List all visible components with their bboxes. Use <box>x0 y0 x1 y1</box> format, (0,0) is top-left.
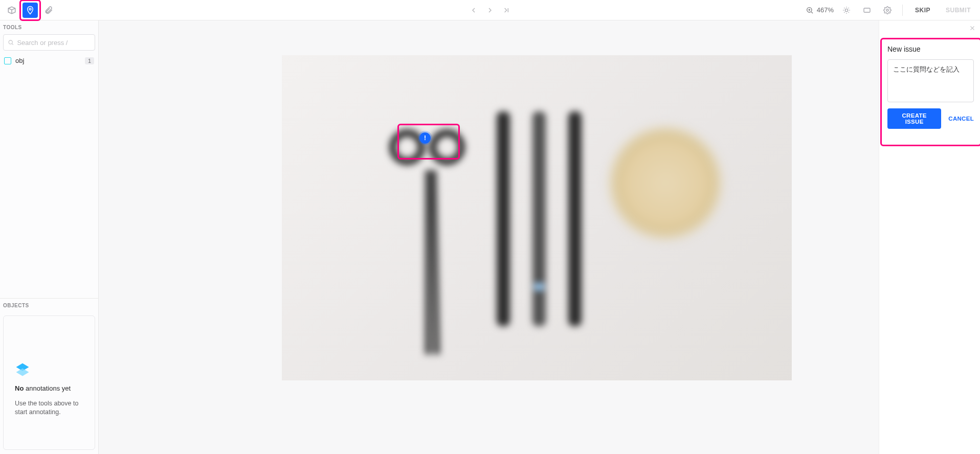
issue-actions: CREATE ISSUE CANCEL <box>887 108 974 129</box>
zoom-control[interactable]: 467% <box>806 6 834 14</box>
close-icon <box>969 25 976 32</box>
image-stage <box>282 55 792 380</box>
zoom-value: 467% <box>817 6 834 14</box>
topbar-right-group: 467% SKIP SUBMIT <box>806 3 976 18</box>
placeholder-logo-icon <box>15 362 30 377</box>
left-sidebar: TOOLS obj 1 OBJECTS No annotations yet U… <box>0 20 99 454</box>
skip-button[interactable]: SKIP <box>910 4 936 17</box>
right-panel: New issue CREATE ISSUE CANCEL <box>879 20 980 454</box>
brightness-icon[interactable] <box>839 3 854 18</box>
panel-icon[interactable] <box>859 3 875 18</box>
cancel-issue-button[interactable]: CANCEL <box>948 116 974 122</box>
objects-heading: OBJECTS <box>0 299 98 310</box>
jump-end-button[interactable] <box>499 3 514 17</box>
issue-marker[interactable]: ! <box>419 132 431 144</box>
next-button[interactable] <box>483 3 497 17</box>
close-panel-button[interactable] <box>969 25 976 34</box>
svg-rect-15 <box>864 8 870 12</box>
prev-button[interactable] <box>466 3 481 17</box>
svg-point-17 <box>9 40 12 44</box>
issue-form-title: New issue <box>887 45 974 53</box>
top-bar: 467% SKIP SUBMIT <box>0 0 980 20</box>
issue-textarea[interactable] <box>887 59 974 102</box>
pen-shape-1 <box>497 111 510 326</box>
empty-placeholder: No annotations yet Use the tools above t… <box>3 315 95 450</box>
tool-search-input[interactable] <box>17 39 91 47</box>
topbar-nav-group <box>466 3 514 17</box>
tool-item-obj[interactable]: obj 1 <box>0 54 98 67</box>
svg-line-11 <box>844 8 844 8</box>
topbar-left-group <box>4 3 56 18</box>
tools-heading: TOOLS <box>0 20 98 32</box>
svg-line-14 <box>849 8 849 8</box>
issue-tool-button[interactable] <box>23 3 38 18</box>
svg-point-16 <box>886 9 888 11</box>
scissors-shape <box>389 129 476 365</box>
objects-panel: OBJECTS No annotations yet Use the tools… <box>0 298 98 454</box>
svg-line-12 <box>849 12 849 12</box>
placeholder-title: No annotations yet <box>15 384 83 392</box>
tool-hotkey-badge: 1 <box>85 57 94 64</box>
pen-shape-2 <box>532 111 546 326</box>
canvas[interactable]: ! <box>99 20 879 454</box>
new-issue-form: New issue CREATE ISSUE CANCEL <box>882 40 979 135</box>
svg-line-13 <box>844 12 844 12</box>
rectangle-tool-icon <box>4 57 11 64</box>
create-issue-button[interactable]: CREATE ISSUE <box>887 108 941 129</box>
svg-line-5 <box>811 12 813 13</box>
search-icon <box>8 39 14 46</box>
svg-line-18 <box>12 43 13 44</box>
home-icon[interactable] <box>4 3 19 18</box>
pen-shape-3 <box>568 111 582 326</box>
settings-icon[interactable] <box>880 3 895 18</box>
attachment-icon[interactable] <box>41 3 56 18</box>
placeholder-subtext: Use the tools above to start annotating. <box>15 399 83 417</box>
svg-point-6 <box>845 9 848 11</box>
divider <box>902 5 903 16</box>
zoom-icon <box>806 6 814 14</box>
submit-button: SUBMIT <box>941 4 976 17</box>
tool-search[interactable] <box>3 34 95 51</box>
tool-label: obj <box>15 57 81 64</box>
main-area: TOOLS obj 1 OBJECTS No annotations yet U… <box>0 20 980 454</box>
svg-marker-20 <box>16 368 29 376</box>
svg-point-0 <box>29 8 31 10</box>
tape-shape <box>609 127 722 239</box>
